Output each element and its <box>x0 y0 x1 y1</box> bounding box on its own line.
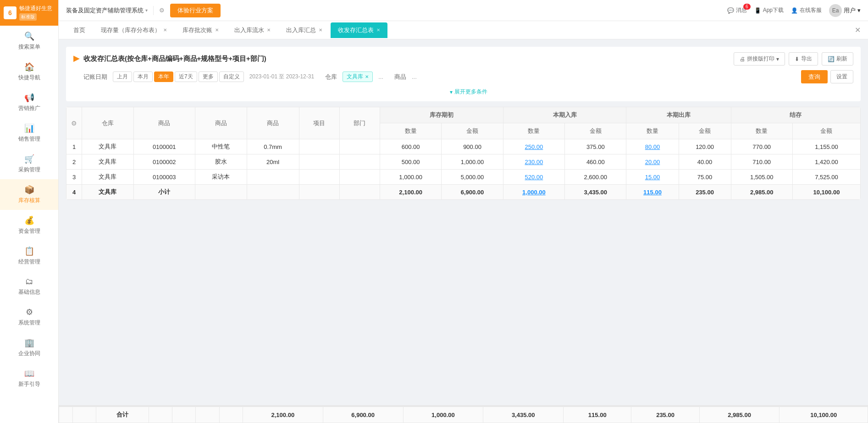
page-title: 收发存汇总表(按仓库+商品编码+商品+规格型号+项目+部门) <box>83 55 266 63</box>
print-dropdown-arrow: ▾ <box>776 56 779 62</box>
cell-out-qty-2[interactable]: 20.00 <box>626 154 679 170</box>
th-closing: 结存 <box>731 107 860 123</box>
sidebar-item-finance[interactable]: 💰 资金管理 <box>0 210 58 241</box>
goods-more-dots[interactable]: ... <box>412 73 417 80</box>
tab-bar-close-all[interactable]: ✕ <box>855 26 861 34</box>
cell-goods-spec-3 <box>247 170 299 185</box>
cell-goods-name-2: 胶水 <box>195 154 247 170</box>
inventory-icon: 📦 <box>24 185 34 195</box>
table-settings-icon[interactable]: ⚙ <box>71 120 77 127</box>
warehouse-filter-tag[interactable]: 文具库 ✕ <box>343 71 373 82</box>
th-warehouse: 仓库 <box>82 107 134 139</box>
print-icon: 🖨 <box>740 56 745 62</box>
th-settings: ⚙ <box>66 107 82 139</box>
cell-subtotal-label: 小计 <box>133 185 195 200</box>
sidebar-item-label: 采购管理 <box>18 166 40 174</box>
sidebar-item-sales[interactable]: 📊 销售管理 <box>0 118 58 148</box>
tab-recv-send-summary-label: 收发存汇总表 <box>338 26 374 34</box>
sidebar-item-marketing[interactable]: 📢 营销推广 <box>0 87 58 118</box>
export-icon: ⬇ <box>795 56 799 62</box>
date-btn-this-year[interactable]: 本年 <box>154 71 173 82</box>
online-service-button[interactable]: 👤 在线客服 <box>791 6 822 14</box>
tab-close-batch-account[interactable]: ✕ <box>215 27 219 33</box>
th-out: 本期出库 <box>626 107 731 123</box>
cell-closing-qty-1: 770.00 <box>731 139 792 154</box>
sidebar-item-label: 资金管理 <box>18 227 40 235</box>
sidebar-item-basic-info[interactable]: 🗂 基础信息 <box>0 271 58 302</box>
tab-inventory-dist[interactable]: 现存量（库存分布表） ✕ <box>94 22 174 38</box>
tab-bar: 首页 现存量（库存分布表） ✕ 库存批次账 ✕ 出入库流水 ✕ 出入库汇总 ✕ … <box>59 21 868 39</box>
tab-close-recv-send-summary[interactable]: ✕ <box>376 27 380 33</box>
logo-badge: 标准版 <box>19 13 37 21</box>
table-row: 2 文具库 0100002 胶水 20ml 500.00 1,000.00 23… <box>66 154 861 170</box>
tab-close-inout-summary[interactable]: ✕ <box>319 27 322 33</box>
date-btn-this-month[interactable]: 本月 <box>133 71 153 82</box>
data-table: ⚙ 仓库 商品 商品 商品 项目 部门 库存期初 本期入库 本期出库 结存 <box>66 107 861 200</box>
tab-inout-flow[interactable]: 出入库流水 ✕ <box>227 22 278 38</box>
trial-button[interactable]: 体验行业方案 <box>170 4 221 17</box>
th-closing-qty: 数量 <box>731 123 792 139</box>
th-opening: 库存期初 <box>380 107 503 123</box>
cell-subtotal-in-qty[interactable]: 1,000.00 <box>503 185 564 200</box>
user-dropdown-icon: ▾ <box>857 7 861 14</box>
system-name-dropdown[interactable]: 装备及固定资产辅助管理系统 ▾ <box>66 6 148 15</box>
cell-opening-amount-2: 1,000.00 <box>442 154 503 170</box>
cell-total-opening-amount: 6,900.00 <box>323 407 403 423</box>
tab-close-inout-flow[interactable]: ✕ <box>267 27 271 33</box>
messages-button[interactable]: 💬 消息 6 <box>727 6 747 14</box>
cell-in-qty-2[interactable]: 230.00 <box>503 154 564 170</box>
sidebar-item-label: 快捷导航 <box>18 74 40 82</box>
page-actions: 🖨 拼接版打印 ▾ ⬇ 导出 🔄 刷新 <box>734 52 853 66</box>
system-name: 装备及固定资产辅助管理系统 <box>66 6 144 15</box>
sidebar-item-inventory[interactable]: 📦 库存核算 <box>0 179 58 210</box>
sidebar-item-purchase[interactable]: 🛒 采购管理 <box>0 148 58 179</box>
th-department: 部门 <box>339 107 380 139</box>
date-btn-custom[interactable]: 自定义 <box>219 71 244 82</box>
cell-total-closing-qty: 2,985.00 <box>699 407 780 423</box>
cell-no-2: 2 <box>66 154 82 170</box>
date-btn-7days[interactable]: 近7天 <box>175 71 197 82</box>
cell-subtotal-out-amount: 235.00 <box>679 185 731 200</box>
date-range-display: 2023-01-01 至 2023-12-31 <box>249 73 314 81</box>
th-closing-amount: 金额 <box>792 123 860 139</box>
tab-batch-account[interactable]: 库存批次账 ✕ <box>175 22 226 38</box>
page-area: ▶ 收发存汇总表(按仓库+商品编码+商品+规格型号+项目+部门) 🖨 拼接版打印… <box>59 39 868 405</box>
date-btn-last-month[interactable]: 上月 <box>113 71 132 82</box>
app-download-button[interactable]: 📱 App下载 <box>754 6 784 14</box>
user-menu[interactable]: Ea 用户 ▾ <box>829 4 861 17</box>
tab-home-label: 首页 <box>73 26 85 34</box>
print-button[interactable]: 🖨 拼接版打印 ▾ <box>734 52 785 66</box>
cell-in-qty-1[interactable]: 250.00 <box>503 139 564 154</box>
cell-total-out-qty: 115.00 <box>564 407 631 423</box>
warehouse-tag-close[interactable]: ✕ <box>365 74 369 79</box>
tab-recv-send-summary[interactable]: 收发存汇总表 ✕ <box>331 22 387 38</box>
sidebar-item-system[interactable]: ⚙ 系统管理 <box>0 302 58 332</box>
print-dropdown-label: 拼接版打印 <box>747 55 774 63</box>
gear-icon[interactable]: ⚙ <box>159 7 165 14</box>
search-icon: 🔍 <box>24 31 34 41</box>
settings-button[interactable]: 设置 <box>830 70 853 83</box>
tab-home[interactable]: 首页 <box>66 22 93 38</box>
sidebar-item-search[interactable]: 🔍 搜索菜单 <box>0 26 58 56</box>
sidebar-item-quick-nav[interactable]: 🏠 快捷导航 <box>0 56 58 87</box>
filter-collapse-btn[interactable]: ▶ <box>73 53 80 63</box>
cell-out-qty-3[interactable]: 15.00 <box>626 170 679 185</box>
sidebar-item-enterprise[interactable]: 🏢 企业协同 <box>0 332 58 363</box>
refresh-button[interactable]: 🔄 刷新 <box>822 52 853 66</box>
cell-in-qty-3[interactable]: 520.00 <box>503 170 564 185</box>
filter-rows: ▶ 收发存汇总表(按仓库+商品编码+商品+规格型号+项目+部门) 🖨 拼接版打印… <box>73 52 853 96</box>
date-btn-more[interactable]: 更多 <box>199 71 218 82</box>
sidebar-item-guide[interactable]: 📖 新手引导 <box>0 363 58 394</box>
sidebar-item-operations[interactable]: 📋 经营管理 <box>0 241 58 271</box>
query-button[interactable]: 查询 <box>801 70 828 83</box>
cell-opening-qty-3: 1,000.00 <box>380 170 441 185</box>
expand-more-btn[interactable]: ▾ 展开更多条件 <box>450 88 487 96</box>
tab-close-inventory-dist[interactable]: ✕ <box>163 27 167 33</box>
cell-subtotal-out-qty[interactable]: 115.00 <box>626 185 679 200</box>
tab-inout-summary[interactable]: 出入库汇总 ✕ <box>279 22 330 38</box>
export-button[interactable]: ⬇ 导出 <box>789 52 818 66</box>
table-container: ⚙ 仓库 商品 商品 商品 项目 部门 库存期初 本期入库 本期出库 结存 <box>66 107 861 200</box>
cell-out-qty-1[interactable]: 80.00 <box>626 139 679 154</box>
warehouse-more-dots[interactable]: ... <box>378 73 383 80</box>
cell-closing-qty-2: 710.00 <box>731 154 792 170</box>
